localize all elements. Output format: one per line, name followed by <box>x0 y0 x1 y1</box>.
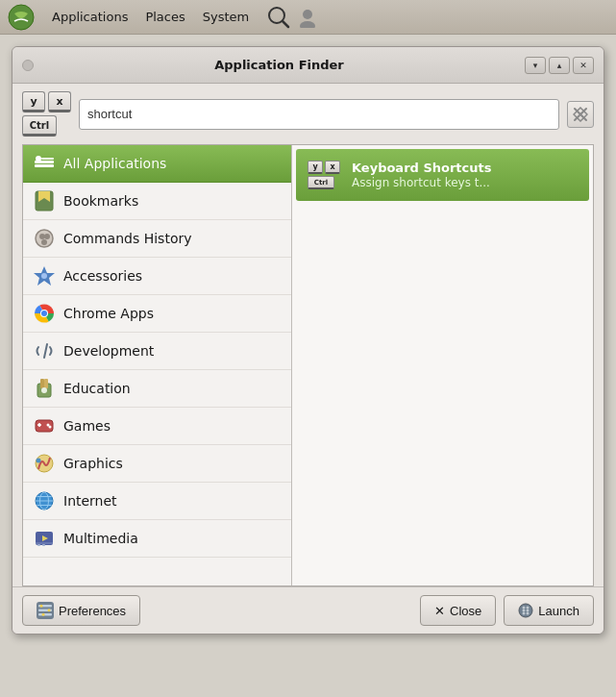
keyboard-shortcuts-icon-wrapper: y x Ctrl <box>304 155 344 195</box>
svg-rect-21 <box>40 379 44 388</box>
sidebar-item-development[interactable]: Development <box>23 333 291 370</box>
titlebar-expand-button[interactable]: ▴ <box>549 57 570 74</box>
key-y: y <box>22 91 45 112</box>
svg-rect-44 <box>38 613 52 616</box>
mini-key-y: y <box>308 161 323 174</box>
multimedia-icon <box>33 527 56 550</box>
graphics-icon <box>33 452 56 475</box>
key-ctrl: Ctrl <box>22 115 57 137</box>
svg-point-48 <box>519 604 532 617</box>
xfce-logo-icon <box>8 4 35 31</box>
sidebar-item-commands-history[interactable]: Commands History <box>23 220 291 258</box>
development-icon <box>33 339 56 362</box>
titlebar-collapse-button[interactable]: ▾ <box>525 57 546 74</box>
internet-label: Internet <box>63 493 117 509</box>
app-name-keyboard-shortcuts: Keyboard Shortcuts <box>352 161 581 175</box>
close-label: Close <box>450 604 481 618</box>
bottom-right-buttons: ✕ Close Launch <box>420 595 594 626</box>
bookmarks-label: Bookmarks <box>63 193 138 209</box>
sidebar-item-games[interactable]: Games <box>23 408 291 445</box>
games-icon <box>33 414 56 437</box>
search-clear-button[interactable] <box>567 101 594 128</box>
chrome-apps-icon <box>33 302 56 325</box>
clear-icon <box>573 107 588 122</box>
app-item-keyboard-shortcuts[interactable]: y x Ctrl Keyboard Shortcuts Assign short… <box>296 149 589 201</box>
svg-point-50 <box>523 610 526 612</box>
titlebar-close-button[interactable]: ✕ <box>573 57 594 74</box>
keyboard-shortcut-icon: y x Ctrl <box>22 91 71 137</box>
svg-point-14 <box>41 239 47 245</box>
svg-point-52 <box>527 607 530 610</box>
apps-panel: y x Ctrl Keyboard Shortcuts Assign short… <box>292 145 593 585</box>
chrome-apps-label: Chrome Apps <box>63 306 154 321</box>
taskbar-search-icon[interactable] <box>266 5 291 30</box>
svg-point-16 <box>41 273 47 279</box>
close-title-icon: ✕ <box>579 61 587 70</box>
commands-history-icon <box>33 227 56 250</box>
taskbar-user-icon <box>297 7 318 28</box>
svg-point-49 <box>523 607 526 610</box>
development-label: Development <box>63 343 154 359</box>
svg-point-45 <box>40 605 43 608</box>
titlebar: Application Finder ▾ ▴ ✕ <box>12 47 604 84</box>
search-area: y x Ctrl <box>12 84 604 144</box>
application-finder-dialog: Application Finder ▾ ▴ ✕ y x Ctrl <box>12 46 604 635</box>
app-info-keyboard-shortcuts: Keyboard Shortcuts Assign shortcut keys … <box>352 161 581 189</box>
taskbar-places[interactable]: Places <box>137 7 192 27</box>
keyboard-shortcuts-icon: y x Ctrl <box>308 161 340 189</box>
education-icon <box>33 377 56 400</box>
svg-line-2 <box>283 21 288 27</box>
svg-point-54 <box>527 612 530 615</box>
taskbar: Applications Places System <box>0 0 616 35</box>
sidebar-item-chrome-apps[interactable]: Chrome Apps <box>23 295 291 333</box>
sidebar-item-multimedia[interactable]: Multimedia <box>23 520 291 558</box>
launch-button[interactable]: Launch <box>504 595 594 626</box>
taskbar-applications[interactable]: Applications <box>44 7 136 27</box>
svg-rect-6 <box>35 164 54 167</box>
titlebar-controls: ▾ ▴ ✕ <box>525 57 594 74</box>
svg-point-30 <box>37 459 41 463</box>
mini-key-ctrl: Ctrl <box>308 176 334 189</box>
titlebar-dot <box>22 60 34 71</box>
key-x: x <box>48 91 71 112</box>
sidebar-item-bookmarks[interactable]: Bookmarks <box>23 183 291 220</box>
svg-rect-39 <box>37 544 40 546</box>
svg-point-19 <box>41 311 47 316</box>
categories-panel: All Applications Bookmarks <box>23 145 292 585</box>
sidebar-item-graphics[interactable]: Graphics <box>23 445 291 483</box>
close-button[interactable]: ✕ Close <box>420 595 496 626</box>
titlebar-left <box>22 60 34 71</box>
accessories-icon <box>33 264 56 287</box>
sidebar-item-accessories[interactable]: Accessories <box>23 258 291 295</box>
games-label: Games <box>63 418 111 434</box>
svg-point-51 <box>523 612 526 615</box>
svg-point-4 <box>300 21 315 28</box>
commands-history-label: Commands History <box>63 231 192 246</box>
sidebar-item-all-applications[interactable]: All Applications <box>23 145 291 183</box>
taskbar-system[interactable]: System <box>195 7 257 27</box>
launch-label: Launch <box>538 604 579 618</box>
collapse-icon: ▾ <box>533 61 538 70</box>
dialog-title: Application Finder <box>34 58 525 72</box>
sidebar-item-education[interactable]: Education <box>23 370 291 408</box>
svg-point-23 <box>41 387 47 393</box>
search-input[interactable] <box>79 99 559 130</box>
svg-rect-22 <box>44 379 48 388</box>
svg-point-53 <box>527 610 530 612</box>
svg-rect-26 <box>38 423 40 427</box>
svg-point-13 <box>44 234 50 239</box>
svg-point-7 <box>36 156 41 162</box>
svg-point-28 <box>49 426 52 429</box>
taskbar-menu: Applications Places System <box>44 7 257 27</box>
all-applications-icon <box>33 152 56 175</box>
bookmarks-icon <box>33 189 56 212</box>
accessories-label: Accessories <box>63 268 142 284</box>
preferences-button[interactable]: Preferences <box>22 595 140 626</box>
svg-point-3 <box>303 10 312 19</box>
svg-point-46 <box>48 609 51 611</box>
graphics-label: Graphics <box>63 456 123 471</box>
internet-icon <box>33 489 56 512</box>
sidebar-item-internet[interactable]: Internet <box>23 483 291 520</box>
multimedia-label: Multimedia <box>63 531 138 546</box>
content-area: All Applications Bookmarks <box>22 144 594 586</box>
